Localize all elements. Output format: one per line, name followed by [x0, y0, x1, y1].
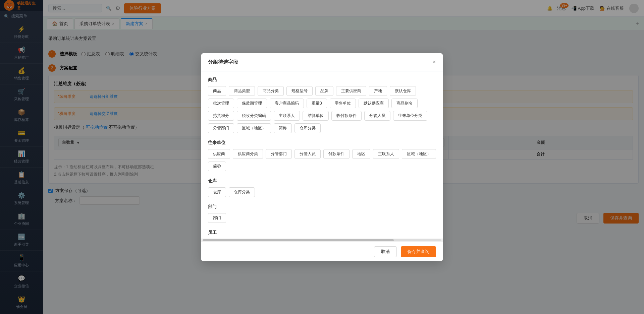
- field-tag-from-unit-category[interactable]: 往来单位分类: [393, 111, 427, 121]
- field-tag-region2[interactable]: 区域（地区）: [402, 149, 436, 159]
- field-tag-wh[interactable]: 仓库: [208, 187, 226, 197]
- field-tag-department[interactable]: 部门: [208, 213, 226, 223]
- modal-horizontal-scrollbar[interactable]: [201, 239, 443, 242]
- field-tag-weight3[interactable]: 重量3: [307, 99, 327, 108]
- field-tag-dept-staff[interactable]: 分管人员: [294, 149, 321, 159]
- field-tag-settle-unit[interactable]: 结算单位: [303, 111, 329, 121]
- field-tag-contact[interactable]: 主联系人: [373, 149, 399, 159]
- group-title-product: 商品: [208, 77, 436, 83]
- field-tag-short-name[interactable]: 简称: [274, 123, 292, 133]
- field-group-dept: 部门 部门: [208, 204, 436, 223]
- field-tag-customer-code[interactable]: 客户商品编码: [270, 99, 304, 108]
- field-group-staff: 员工 业务员: [208, 230, 436, 239]
- modal-save-query-button[interactable]: 保存并查询: [401, 246, 436, 257]
- field-tag-batch-mgmt[interactable]: 批次管理: [208, 99, 234, 108]
- h-scrollbar-thumb[interactable]: [203, 239, 394, 241]
- field-tag-dept[interactable]: 分管部门: [266, 149, 292, 159]
- field-tag-mgmt-staff[interactable]: 分管人员: [364, 111, 390, 121]
- modal-overlay: 分组待选字段 × 商品 商品 商品类型 商品分类 规格型号 品牌 主要供应商 产…: [0, 0, 644, 314]
- field-tag-product[interactable]: 商品: [208, 86, 226, 96]
- group-title-warehouse: 仓库: [208, 178, 436, 184]
- modal-footer: 取消 保存并查询: [201, 242, 443, 261]
- field-group-warehouse: 仓库 仓库 仓库分类: [208, 178, 436, 197]
- field-tag-retail-unit[interactable]: 零售单位: [330, 99, 356, 108]
- field-tag-tax-code[interactable]: 税收分类编码: [237, 111, 271, 121]
- field-tag-wh-category[interactable]: 仓库分类: [229, 187, 255, 197]
- dept-field-tags: 部门: [208, 213, 436, 223]
- field-tag-pick-score[interactable]: 拣货积分: [208, 111, 234, 121]
- modal-header: 分组待选字段 ×: [201, 53, 443, 71]
- field-group-product: 商品 商品 商品类型 商品分类 规格型号 品牌 主要供应商 产地 默认仓库 批次…: [208, 77, 436, 133]
- field-tag-quality-mgmt[interactable]: 保质期管理: [237, 99, 267, 108]
- h-scrollbar-track[interactable]: [203, 239, 441, 241]
- field-group-counterpart: 往来单位 供应商 供应商分类 分管部门 分管人员 付款条件 地区 主联系人 区域…: [208, 140, 436, 171]
- group-title-dept: 部门: [208, 204, 436, 210]
- field-tag-product-type[interactable]: 商品类型: [229, 86, 255, 96]
- field-tag-spec-type[interactable]: 规格型号: [286, 86, 313, 96]
- field-tag-origin[interactable]: 产地: [369, 86, 387, 96]
- field-tag-warehouse-category[interactable]: 仓库分类: [294, 123, 321, 133]
- counterpart-field-tags: 供应商 供应商分类 分管部门 分管人员 付款条件 地区 主联系人 区域（地区） …: [208, 149, 436, 171]
- field-tag-mgmt-dept[interactable]: 分管部门: [208, 123, 234, 133]
- warehouse-field-tags: 仓库 仓库分类: [208, 187, 436, 197]
- field-tag-default-supplier[interactable]: 默认供应商: [359, 99, 389, 108]
- modal-title: 分组待选字段: [208, 59, 238, 65]
- field-tag-product-category[interactable]: 商品分类: [258, 86, 284, 96]
- field-tag-default-warehouse[interactable]: 默认仓库: [390, 86, 416, 96]
- modal: 分组待选字段 × 商品 商品 商品类型 商品分类 规格型号 品牌 主要供应商 产…: [201, 53, 443, 261]
- product-field-tags: 商品 商品类型 商品分类 规格型号 品牌 主要供应商 产地 默认仓库 批次管理 …: [208, 86, 436, 133]
- field-tag-product-alias[interactable]: 商品别名: [391, 99, 418, 108]
- modal-cancel-button[interactable]: 取消: [374, 246, 397, 257]
- group-title-counterpart: 往来单位: [208, 140, 436, 146]
- field-tag-brand[interactable]: 品牌: [315, 86, 333, 96]
- modal-body[interactable]: 商品 商品 商品类型 商品分类 规格型号 品牌 主要供应商 产地 默认仓库 批次…: [201, 71, 443, 239]
- field-tag-region[interactable]: 区域（地区）: [237, 123, 271, 133]
- field-tag-area[interactable]: 地区: [352, 149, 370, 159]
- group-title-staff: 员工: [208, 230, 436, 236]
- field-tag-supplier-category[interactable]: 供应商分类: [233, 149, 263, 159]
- modal-close-button[interactable]: ×: [432, 59, 436, 66]
- field-tag-main-contact[interactable]: 主联系人: [274, 111, 300, 121]
- field-tag-main-supplier[interactable]: 主要供应商: [336, 86, 366, 96]
- field-tag-short-name2[interactable]: 简称: [208, 162, 226, 171]
- field-tag-payment-cond[interactable]: 付款条件: [323, 149, 350, 159]
- field-tag-supplier[interactable]: 供应商: [208, 149, 230, 159]
- field-tag-payment-terms[interactable]: 收付款条件: [331, 111, 362, 121]
